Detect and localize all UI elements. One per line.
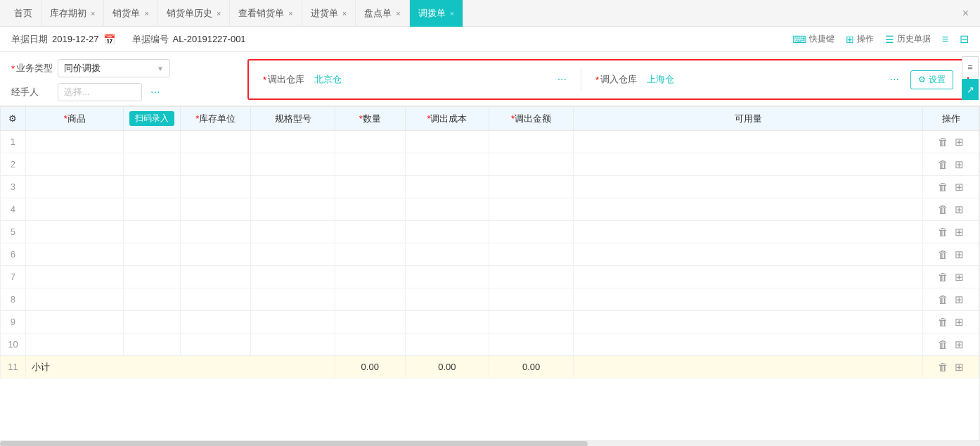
copy-btn-9[interactable]: ⊞ (955, 316, 964, 328)
delete-btn-7[interactable]: 🗑 (938, 271, 948, 283)
amount-cell-4[interactable] (489, 198, 574, 221)
copy-btn-1[interactable]: ⊞ (955, 136, 964, 148)
product-cell-5[interactable] (25, 221, 123, 243)
tab-sales-order[interactable]: 销货单 × (104, 0, 157, 27)
product-cell-2[interactable] (25, 153, 123, 176)
qty-cell-10[interactable] (335, 333, 405, 356)
business-type-select[interactable]: 同价调拨 ▼ (58, 59, 170, 77)
qty-cell-2[interactable] (335, 153, 405, 176)
settings-button[interactable]: ⚙ 设置 (910, 70, 953, 89)
warehouse-out-more-btn[interactable]: ··· (557, 73, 567, 86)
amount-cell-3[interactable] (489, 176, 574, 198)
scan-button[interactable]: 扫码录入 (129, 111, 174, 126)
spec-cell-10[interactable] (251, 333, 335, 356)
cost-cell-3[interactable] (405, 176, 489, 198)
qty-cell-1[interactable] (335, 131, 405, 153)
col-scan[interactable]: 扫码录入 (124, 107, 181, 131)
unit-cell-10[interactable] (181, 333, 251, 356)
cost-cell-8[interactable] (405, 288, 489, 311)
copy-btn-11[interactable]: ⊞ (955, 361, 964, 373)
amount-cell-1[interactable] (489, 131, 574, 153)
unit-cell-3[interactable] (181, 176, 251, 198)
history-btn[interactable]: ☰ 历史单据 (885, 33, 931, 45)
close-tab-view-sales[interactable]: × (288, 9, 292, 18)
product-cell-4[interactable] (25, 198, 123, 221)
amount-cell-10[interactable] (489, 333, 574, 356)
unit-cell-1[interactable] (181, 131, 251, 153)
copy-btn-4[interactable]: ⊞ (955, 203, 964, 215)
cost-cell-5[interactable] (405, 221, 489, 243)
close-tab-transfer[interactable]: × (450, 9, 454, 18)
close-tab-inventory[interactable]: × (396, 9, 400, 18)
copy-btn-5[interactable]: ⊞ (955, 226, 964, 238)
copy-btn-10[interactable]: ⊞ (955, 338, 964, 350)
warehouse-in-value[interactable]: 上海仓 (647, 73, 674, 86)
tab-home[interactable]: 首页 (6, 0, 41, 27)
spec-cell-6[interactable] (251, 243, 335, 266)
delete-btn-2[interactable]: 🗑 (938, 158, 948, 170)
delete-btn-11[interactable]: 🗑 (938, 361, 948, 373)
qty-cell-6[interactable] (335, 243, 405, 266)
handler-more-btn[interactable]: ··· (150, 86, 160, 98)
spec-cell-1[interactable] (251, 131, 335, 153)
qty-cell-8[interactable] (335, 288, 405, 311)
spec-cell-9[interactable] (251, 311, 335, 333)
warehouse-out-value[interactable]: 北京仓 (314, 73, 342, 86)
spec-cell-4[interactable] (251, 198, 335, 221)
operations-btn[interactable]: ⊞ 操作 (846, 33, 874, 45)
delete-btn-4[interactable]: 🗑 (938, 203, 948, 215)
spec-cell-8[interactable] (251, 288, 335, 311)
delete-btn-3[interactable]: 🗑 (938, 181, 948, 193)
spec-cell-5[interactable] (251, 221, 335, 243)
delete-btn-1[interactable]: 🗑 (938, 136, 948, 148)
amount-cell-5[interactable] (489, 221, 574, 243)
tab-inventory[interactable]: 盘点单 × (356, 0, 409, 27)
copy-btn-3[interactable]: ⊞ (955, 181, 964, 193)
close-tab-inventory-init[interactable]: × (91, 9, 95, 18)
amount-cell-6[interactable] (489, 243, 574, 266)
close-tab-sales-order[interactable]: × (144, 9, 148, 18)
close-all-tabs[interactable]: × (957, 7, 974, 20)
cost-cell-6[interactable] (405, 243, 489, 266)
product-cell-7[interactable] (25, 266, 123, 288)
product-cell-8[interactable] (25, 288, 123, 311)
product-cell-3[interactable] (25, 176, 123, 198)
cost-cell-10[interactable] (405, 333, 489, 356)
amount-cell-2[interactable] (489, 153, 574, 176)
handler-select[interactable]: 选择... (58, 83, 142, 101)
close-tab-sales-history[interactable]: × (217, 9, 221, 18)
qty-cell-4[interactable] (335, 198, 405, 221)
cost-cell-7[interactable] (405, 266, 489, 288)
layout1-btn[interactable]: ≡ (942, 33, 948, 46)
tab-sales-history[interactable]: 销货单历史 × (158, 0, 230, 27)
unit-cell-7[interactable] (181, 266, 251, 288)
qty-cell-9[interactable] (335, 311, 405, 333)
unit-cell-9[interactable] (181, 311, 251, 333)
unit-cell-2[interactable] (181, 153, 251, 176)
col-gear[interactable]: ⚙ (1, 107, 26, 131)
unit-cell-5[interactable] (181, 221, 251, 243)
spec-cell-2[interactable] (251, 153, 335, 176)
calendar-icon[interactable]: 📅 (103, 34, 115, 45)
qty-cell-3[interactable] (335, 176, 405, 198)
qty-cell-5[interactable] (335, 221, 405, 243)
amount-cell-7[interactable] (489, 266, 574, 288)
copy-btn-8[interactable]: ⊞ (955, 293, 964, 305)
tab-transfer[interactable]: 调拨单 × (410, 0, 463, 27)
cost-cell-4[interactable] (405, 198, 489, 221)
cost-cell-2[interactable] (405, 153, 489, 176)
scrollbar-thumb[interactable] (0, 441, 588, 446)
tab-inventory-init[interactable]: 库存期初 × (41, 0, 104, 27)
tab-view-sales[interactable]: 查看销货单 × (230, 0, 302, 27)
unit-cell-6[interactable] (181, 243, 251, 266)
copy-btn-6[interactable]: ⊞ (955, 248, 964, 260)
product-cell-6[interactable] (25, 243, 123, 266)
delete-btn-6[interactable]: 🗑 (938, 248, 948, 260)
layout2-btn[interactable]: ⊟ (960, 32, 969, 46)
delete-btn-9[interactable]: 🗑 (938, 316, 948, 328)
cost-cell-1[interactable] (405, 131, 489, 153)
right-panel-expand-btn[interactable]: ↗ (962, 79, 979, 100)
tab-purchase[interactable]: 进货单 × (302, 0, 356, 27)
delete-btn-5[interactable]: 🗑 (938, 226, 948, 238)
warehouse-in-more-btn[interactable]: ··· (890, 73, 899, 86)
